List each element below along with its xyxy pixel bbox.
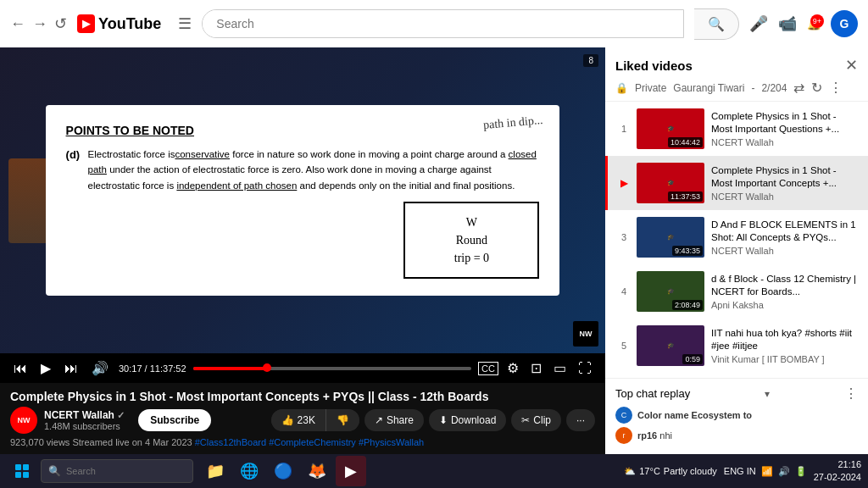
forward-button[interactable]: → [32,15,47,33]
item-channel: NCERT Wallah [711,137,858,147]
item-channel: NCERT Wallah [711,191,858,202]
dislike-button[interactable]: 👎 [326,409,359,431]
video-player[interactable]: path in dip... POINTS TO BE NOTED (d) El… [0,47,605,353]
mic-button[interactable]: 🎤 [749,14,768,33]
taskbar-search-input[interactable] [66,466,151,476]
top-chat-section: Top chat replay ▾ ⋮ C Color name Ecosyst… [605,378,868,454]
weather-icon: ⛅ [624,466,636,477]
video-title: Complete Physics in 1 Shot - Most Import… [10,390,595,403]
channel-avatar: NW [10,407,37,434]
progress-bar[interactable] [193,367,472,370]
menu-button[interactable]: ☰ [178,14,192,33]
time-total: 11:37:52 [150,363,186,374]
playlist-more-button[interactable]: ⋮ [829,80,843,96]
upload-button[interactable]: 📹 [778,14,797,33]
search-input[interactable] [203,10,683,37]
channel-row: NW NCERT Wallah ✓ 1.48M subscribers Subs… [10,407,595,434]
shuffle-button[interactable]: ⇄ [793,80,804,96]
item-title: Complete Physics in 1 Shot - Most Import… [711,164,858,190]
chat-message: C Color name Ecosystem to [615,407,858,424]
user-avatar[interactable]: G [831,10,858,37]
battery-icon: 🔋 [795,466,807,477]
sidebar-close-button[interactable]: ✕ [845,56,858,75]
video-info: Complete Physics in 1 Shot - Most Import… [0,383,605,454]
taskbar-edge[interactable]: 🌐 [234,456,264,486]
time-current: 30:17 [119,363,142,374]
play-button[interactable]: ▶ [37,358,54,378]
playlist-items: 1 🎓 10:44:42 Complete Physics in 1 Shot … [605,102,868,378]
playlist-item[interactable]: 5 🎓 0:59 IIT nahi hua toh kya? #shorts #… [605,319,868,373]
main-content: path in dip... POINTS TO BE NOTED (d) El… [0,47,868,454]
item-info: Complete Physics in 1 Shot - Most Import… [711,110,858,147]
youtube-logo[interactable]: ▶ YouTube [77,14,161,33]
playlist-position-separator: - [751,82,754,94]
item-thumbnail: 🎓 10:44:42 [637,108,704,149]
instructor-overlay [8,158,51,243]
playlist-item[interactable]: 3 🎓 9:43:35 D And F BLOCK ELEMENTS in 1 … [605,210,868,264]
prev-button[interactable]: ⏮ [10,359,31,378]
sys-tray: ENG IN 📶 🔊 🔋 [724,466,807,477]
chat-text: rp16 nhi [637,430,672,441]
weather-widget: ⛅ 17°C Partly cloudy [624,466,717,477]
refresh-button[interactable]: ↺ [54,14,67,33]
thumb-label: 🎓 [665,286,676,297]
playlist-item[interactable]: 1 🎓 10:44:42 Complete Physics in 1 Shot … [605,102,868,156]
tags: #Class12thBoard #CompleteChemistry #Phys… [195,437,424,447]
item-number: ▶ [618,178,630,189]
chat-more-button[interactable]: ⋮ [844,385,858,402]
more-button[interactable]: ··· [566,409,595,431]
item-info: d & f Block - Class 12 Chemistry | NCERT… [711,273,858,310]
video-content: path in dip... POINTS TO BE NOTED (d) El… [0,47,605,353]
thumb-duration: 11:37:53 [668,191,703,202]
lock-icon: 🔒 [615,82,628,94]
hamburger-menu: ☰ [178,14,192,33]
clock-date: 27-02-2024 [814,471,861,484]
notification-button[interactable]: 🔔 9+ [807,18,821,30]
like-group: 👍 23K 👎 [271,409,359,431]
playlist-item[interactable]: ▶ 🎓 11:37:53 Complete Physics in 1 Shot … [605,156,868,210]
clip-icon: ✂ [521,414,530,426]
taskbar-firefox[interactable]: 🦊 [302,456,332,486]
lecture-content: path in dip... POINTS TO BE NOTED (d) El… [46,105,560,296]
search-button[interactable]: 🔍 [694,8,739,40]
language-indicator: ENG IN [724,466,756,476]
item-title: IIT nahi hua toh kya? #shorts #iit #jee … [711,327,858,352]
back-button[interactable]: ← [10,15,25,33]
fullscreen-button[interactable]: ⛶ [575,359,595,378]
search-bar [202,9,684,38]
loop-button[interactable]: ↻ [811,80,822,96]
item-info: Complete Physics in 1 Shot - Most Import… [711,164,858,202]
views-row: 923,070 views Streamed live on 4 Mar 202… [10,437,595,447]
channel-name: NCERT Wallah ✓ [44,409,125,421]
caption-button[interactable]: CC [478,362,498,375]
chat-message: r rp16 nhi [615,427,858,444]
miniplayer-button[interactable]: ⊡ [527,358,545,378]
thumb-duration: 2:08:49 [672,300,703,310]
start-button[interactable] [7,459,37,483]
settings-button[interactable]: ⚙ [504,358,522,378]
chat-username: rp16 [637,430,657,441]
chat-text: Color name Ecosystem to [637,410,752,420]
theater-button[interactable]: ▭ [550,358,570,378]
taskbar-apps: 📁 🌐 🔵 🦊 ▶ [200,456,366,486]
volume-button[interactable]: 🔊 [88,358,112,378]
item-thumbnail: 🎓 2:08:49 [637,271,704,312]
item-number: 5 [618,341,630,351]
thumb-label: 🎓 [665,124,676,134]
browser-topbar: ← → ↺ ▶ YouTube ☰ 🔍 🎤 📹 🔔 9+ G [0,0,868,47]
verified-check: ✓ [117,410,125,420]
clip-button[interactable]: ✂ Clip [511,409,561,431]
subscribe-button[interactable]: Subscribe [138,409,211,431]
taskbar-chrome[interactable]: 🔵 [268,456,298,486]
next-button[interactable]: ⏭ [61,359,81,378]
share-button[interactable]: ↗ Share [364,409,424,431]
chat-username: Color name Ecosystem to [637,410,752,420]
taskbar-youtube[interactable]: ▶ [336,456,366,486]
playlist-item[interactable]: 4 🎓 2:08:49 d & f Block - Class 12 Chemi… [605,264,868,319]
taskbar-search[interactable]: 🔍 [41,459,193,483]
ctrl-right: CC ⚙ ⊡ ▭ ⛶ [478,358,595,378]
taskbar-file-explorer[interactable]: 📁 [200,456,231,486]
like-button[interactable]: 👍 23K [271,409,326,431]
download-button[interactable]: ⬇ Download [429,409,506,431]
subscriber-count: 1.48M subscribers [44,421,125,431]
